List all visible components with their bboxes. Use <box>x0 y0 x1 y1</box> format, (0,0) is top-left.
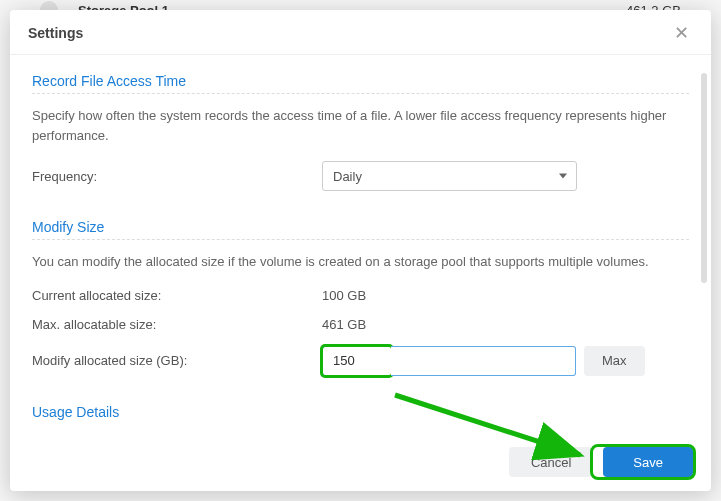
dialog-header: Settings ✕ <box>10 10 711 55</box>
row-max-size: Max. allocatable size: 461 GB <box>32 317 689 332</box>
modify-size-label: Modify allocated size (GB): <box>32 353 322 368</box>
max-button[interactable]: Max <box>584 346 645 376</box>
record-access-desc: Specify how often the system records the… <box>32 106 689 145</box>
frequency-select[interactable]: Daily <box>322 161 577 191</box>
frequency-value: Daily <box>333 169 362 184</box>
row-current-size: Current allocated size: 100 GB <box>32 288 689 303</box>
modify-size-input[interactable] <box>322 346 392 376</box>
current-size-value: 100 GB <box>322 288 366 303</box>
chevron-down-icon <box>559 174 567 179</box>
dialog-title: Settings <box>28 25 83 41</box>
save-button[interactable]: Save <box>603 447 693 477</box>
cancel-button[interactable]: Cancel <box>509 447 593 477</box>
section-usage-details: Usage Details <box>32 404 689 424</box>
section-modify-size: Modify Size <box>32 219 689 240</box>
dialog-footer: Cancel Save <box>10 435 711 491</box>
scrollbar[interactable] <box>701 73 707 283</box>
current-size-label: Current allocated size: <box>32 288 322 303</box>
row-frequency: Frequency: Daily <box>32 161 689 191</box>
row-modify-size: Modify allocated size (GB): Max <box>32 346 689 376</box>
modify-size-desc: You can modify the allocated size if the… <box>32 252 689 272</box>
modify-size-input-tail[interactable] <box>391 346 576 376</box>
max-size-label: Max. allocatable size: <box>32 317 322 332</box>
settings-dialog: Settings ✕ Record File Access Time Speci… <box>10 10 711 491</box>
frequency-label: Frequency: <box>32 169 322 184</box>
dialog-body: Record File Access Time Specify how ofte… <box>10 55 711 435</box>
close-icon[interactable]: ✕ <box>670 22 693 44</box>
section-record-access: Record File Access Time <box>32 73 689 94</box>
max-size-value: 461 GB <box>322 317 366 332</box>
